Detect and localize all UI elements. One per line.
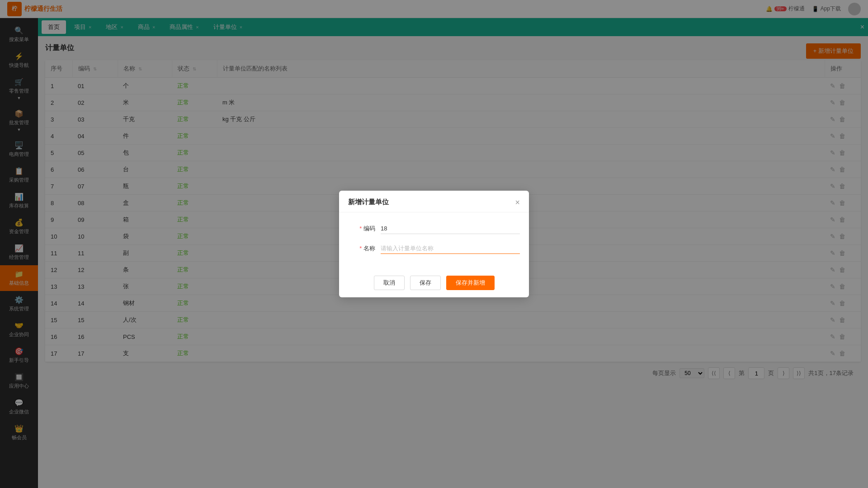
modal-dialog: 新增计量单位 × 编码 名称 取消 保存 保存并新增 — [339, 191, 529, 297]
code-form-row: 编码 — [348, 223, 520, 234]
modal-footer: 取消 保存 保存并新增 — [339, 270, 529, 297]
name-form-row: 名称 — [348, 243, 520, 254]
modal-body: 编码 名称 — [339, 212, 529, 270]
code-label: 编码 — [348, 225, 375, 233]
code-input[interactable] — [381, 223, 520, 234]
modal-title: 新增计量单位 — [348, 198, 389, 206]
name-label: 名称 — [348, 244, 375, 253]
name-input[interactable] — [381, 243, 520, 254]
cancel-button[interactable]: 取消 — [374, 276, 405, 290]
modal-close-button[interactable]: × — [515, 198, 520, 206]
save-and-new-button[interactable]: 保存并新增 — [446, 276, 495, 290]
save-button[interactable]: 保存 — [410, 276, 441, 290]
modal-header: 新增计量单位 × — [339, 191, 529, 212]
modal-overlay[interactable]: 新增计量单位 × 编码 名称 取消 保存 保存并新增 — [0, 0, 868, 488]
